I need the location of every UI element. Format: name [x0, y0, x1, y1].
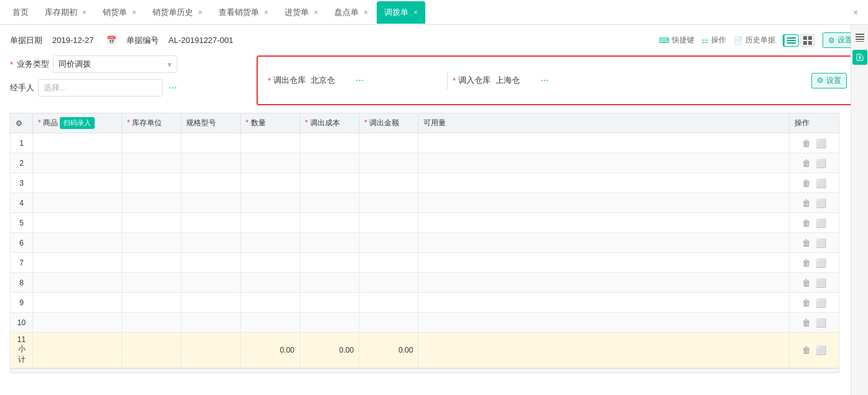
table-row-cost-5[interactable]	[300, 213, 359, 233]
table-row-product-1[interactable]	[33, 133, 122, 153]
table-row-qty-10[interactable]	[240, 313, 300, 333]
table-row-cost-9[interactable]	[300, 293, 359, 313]
table-row-cost-4[interactable]	[300, 193, 359, 213]
table-row-spec-5[interactable]	[181, 213, 240, 233]
table-row-qty-8[interactable]	[240, 273, 300, 293]
copy-icon-1[interactable]: ⬜	[814, 137, 828, 150]
table-row-available-9[interactable]	[418, 293, 790, 313]
tab-view-sales[interactable]: 查看销货单 ×	[211, 1, 276, 24]
warehouse-out-more-icon[interactable]: ···	[356, 75, 364, 86]
tab-stock-init[interactable]: 库存期初 ×	[37, 1, 94, 24]
table-row-cost-7[interactable]	[300, 253, 359, 273]
table-row-unit-4[interactable]	[121, 193, 181, 213]
table-row-qty-1[interactable]	[240, 133, 300, 153]
table-row-product-3[interactable]	[33, 173, 122, 193]
table-row-spec-8[interactable]	[181, 273, 240, 293]
copy-icon-7[interactable]: ⬜	[814, 257, 828, 269]
table-row-available-7[interactable]	[418, 253, 790, 273]
table-row-cost-2[interactable]	[300, 153, 359, 173]
delete-icon-4[interactable]: 🗑	[801, 197, 812, 209]
copy-icon-8[interactable]: ⬜	[814, 277, 828, 289]
table-row-amount-2[interactable]	[359, 153, 418, 173]
table-row-qty-5[interactable]	[240, 213, 300, 233]
table-row-spec-11[interactable]	[181, 333, 240, 368]
operation-btn[interactable]: ⚏ 操作	[702, 35, 726, 45]
table-row-cost-3[interactable]	[300, 173, 359, 193]
tab-home[interactable]: 首页	[5, 1, 36, 24]
table-row-qty-4[interactable]	[240, 193, 300, 213]
table-row-amount-5[interactable]	[359, 213, 418, 233]
warehouse-in-value[interactable]: 上海仓	[496, 75, 533, 86]
table-row-available-8[interactable]	[418, 273, 790, 293]
close-all-tabs[interactable]: ×	[848, 5, 863, 20]
delete-icon-5[interactable]: 🗑	[801, 217, 812, 229]
handler-select[interactable]: 选择...	[38, 79, 163, 97]
delete-icon-11[interactable]: 🗑	[801, 344, 812, 356]
tab-purchase-close[interactable]: ×	[314, 8, 318, 17]
tab-purchase[interactable]: 进货单 ×	[277, 1, 326, 24]
table-row-qty-2[interactable]	[240, 153, 300, 173]
table-row-product-7[interactable]	[33, 253, 122, 273]
delete-icon-8[interactable]: 🗑	[801, 277, 812, 289]
table-row-available-3[interactable]	[418, 173, 790, 193]
tab-view-sales-close[interactable]: ×	[264, 8, 268, 17]
table-row-amount-9[interactable]	[359, 293, 418, 313]
shortcut-btn[interactable]: ⌨ 快捷键	[659, 35, 694, 45]
table-row-amount-4[interactable]	[359, 193, 418, 213]
warehouse-in-more-icon[interactable]: ···	[540, 75, 549, 86]
scan-btn[interactable]: 扫码录入	[60, 117, 95, 129]
table-row-unit-3[interactable]	[121, 173, 181, 193]
table-row-cost-6[interactable]	[300, 233, 359, 253]
table-row-available-1[interactable]	[418, 133, 790, 153]
table-row-unit-10[interactable]	[121, 313, 181, 333]
table-row-product-8[interactable]	[33, 273, 122, 293]
table-row-product-2[interactable]	[33, 153, 122, 173]
tab-transfer-close[interactable]: ×	[413, 8, 418, 17]
warehouse-settings-btn[interactable]: ⚙ 设置	[811, 73, 847, 88]
table-row-available-10[interactable]	[418, 313, 790, 333]
table-row-amount-8[interactable]	[359, 273, 418, 293]
sidebar-list-icon-btn[interactable]	[852, 30, 867, 45]
copy-icon-2[interactable]: ⬜	[814, 157, 828, 169]
copy-icon-10[interactable]: ⬜	[814, 316, 828, 329]
delete-icon-7[interactable]: 🗑	[801, 257, 812, 269]
tab-transfer[interactable]: 调拨单 ×	[377, 1, 425, 24]
table-row-spec-6[interactable]	[181, 233, 240, 253]
table-row-unit-6[interactable]	[121, 233, 181, 253]
table-row-cost-10[interactable]	[300, 313, 359, 333]
table-row-product-4[interactable]	[33, 193, 122, 213]
table-row-qty-3[interactable]	[240, 173, 300, 193]
table-row-amount-6[interactable]	[359, 233, 418, 253]
copy-icon-5[interactable]: ⬜	[814, 217, 828, 229]
warehouse-out-value[interactable]: 北京仓	[311, 75, 348, 86]
tab-inventory[interactable]: 盘点单 ×	[327, 1, 375, 24]
tab-sales[interactable]: 销货单 ×	[95, 1, 144, 24]
copy-icon-11[interactable]: ⬜	[814, 344, 828, 356]
table-row-available-4[interactable]	[418, 193, 790, 213]
table-row-unit-8[interactable]	[121, 273, 181, 293]
table-row-spec-3[interactable]	[181, 173, 240, 193]
tab-inventory-close[interactable]: ×	[364, 8, 368, 17]
copy-icon-6[interactable]: ⬜	[814, 237, 828, 249]
table-row-unit-5[interactable]	[121, 213, 181, 233]
table-row-product-5[interactable]	[33, 213, 122, 233]
table-row-spec-1[interactable]	[181, 133, 240, 153]
table-row-amount-10[interactable]	[359, 313, 418, 333]
delete-icon-9[interactable]: 🗑	[801, 297, 812, 309]
table-row-available-2[interactable]	[418, 153, 790, 173]
table-row-unit-7[interactable]	[121, 253, 181, 273]
copy-icon-3[interactable]: ⬜	[814, 177, 828, 189]
table-row-amount-7[interactable]	[359, 253, 418, 273]
table-row-spec-4[interactable]	[181, 193, 240, 213]
delete-icon-1[interactable]: 🗑	[801, 137, 812, 150]
delete-icon-10[interactable]: 🗑	[801, 316, 812, 329]
th-settings[interactable]: ⚙	[11, 113, 33, 133]
table-row-product-6[interactable]	[33, 233, 122, 253]
table-row-amount-1[interactable]	[359, 133, 418, 153]
table-row-available-5[interactable]	[418, 213, 790, 233]
table-row-cost-1[interactable]	[300, 133, 359, 153]
table-row-spec-10[interactable]	[181, 313, 240, 333]
table-row-available-6[interactable]	[418, 233, 790, 253]
table-row-product-11[interactable]	[33, 333, 122, 368]
table-row-unit-2[interactable]	[121, 153, 181, 173]
